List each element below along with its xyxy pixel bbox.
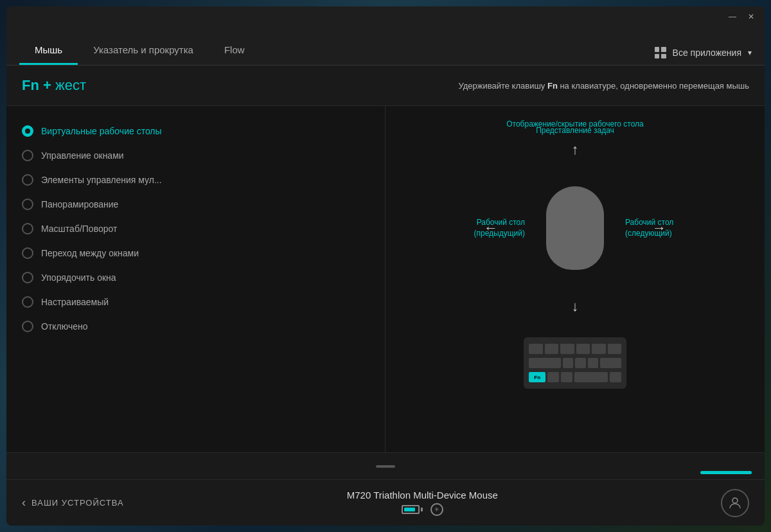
kb-row-3: Fn	[529, 371, 621, 384]
radio-virtual-desktops	[22, 125, 33, 137]
kb-key	[560, 344, 574, 354]
mouse-shape	[546, 186, 604, 270]
scroll-progress-bar	[700, 471, 752, 474]
tab-flow[interactable]: Flow	[209, 37, 260, 65]
option-window-management[interactable]: Управление окнами	[22, 143, 369, 168]
minimize-button[interactable]: —	[726, 11, 739, 22]
title-bar-controls: — ✕	[726, 11, 757, 22]
radio-zoom-rotate	[22, 223, 33, 235]
svg-point-0	[732, 498, 738, 503]
main-content: Fn + жест Удерживайте клавишу Fn на клав…	[6, 66, 765, 479]
device-name: M720 Triathlon Multi-Device Mouse	[124, 490, 721, 501]
content-body: Виртуальные рабочие столы Управление окн…	[6, 106, 765, 452]
option-custom[interactable]: Настраиваемый	[22, 290, 369, 314]
kb-key	[545, 344, 559, 354]
options-panel: Виртуальные рабочие столы Управление окн…	[6, 106, 386, 452]
gesture-label-left: Рабочий стол(предыдущий)	[467, 217, 525, 239]
option-media-controls[interactable]: Элементы управления мул...	[22, 168, 369, 192]
radio-media-controls	[22, 174, 33, 186]
radio-window-management	[22, 150, 33, 161]
radio-switch-windows	[22, 247, 33, 259]
chevron-down-icon[interactable]: ▾	[748, 48, 752, 57]
app-window: — ✕ Мышь Указатель и прокрутка Flow Все …	[6, 6, 765, 526]
tab-mouse[interactable]: Мышь	[19, 37, 78, 65]
back-arrow-icon: ‹	[22, 496, 26, 510]
scroll-indicator	[376, 465, 395, 468]
radio-disabled	[22, 321, 33, 332]
battery-body	[402, 505, 420, 514]
kb-row-2	[529, 357, 621, 369]
nav-tabs: Мышь Указатель и прокрутка Flow	[19, 37, 655, 65]
footer: ‹ ВАШИ УСТРОЙСТВА M720 Triathlon Multi-D…	[6, 479, 765, 526]
profile-button[interactable]	[721, 489, 749, 517]
kb-key	[610, 372, 621, 382]
radio-arrange-windows	[22, 272, 33, 283]
keyboard-illustration: Fn	[524, 337, 626, 389]
gesture-label-bottom: Отображение/скрытие рабочего стола	[506, 119, 644, 130]
content-header: Fn + жест Удерживайте клавишу Fn на клав…	[6, 66, 765, 106]
battery-tip	[421, 508, 423, 511]
gesture-diagram: Представление задач ↑ ← → ↓ Рабочий стол…	[466, 125, 684, 331]
close-button[interactable]: ✕	[745, 11, 757, 22]
option-panning[interactable]: Панорамирование	[22, 192, 369, 217]
section-title: Fn + жест	[22, 77, 86, 94]
header-description: Удерживайте клавишу Fn на клавиатуре, од…	[458, 81, 749, 91]
tab-pointer[interactable]: Указатель и прокрутка	[78, 37, 209, 65]
radio-custom	[22, 296, 33, 308]
apps-grid-icon	[655, 47, 666, 58]
option-disabled[interactable]: Отключено	[22, 314, 369, 339]
battery-fill	[404, 508, 415, 511]
radio-panning	[22, 199, 33, 210]
kb-key	[563, 358, 574, 368]
kb-key	[575, 358, 586, 368]
option-zoom-rotate[interactable]: Масштаб/Поворот	[22, 217, 369, 241]
kb-key	[592, 344, 606, 354]
kb-key	[608, 344, 622, 354]
title-bar: — ✕	[6, 6, 765, 27]
kb-key	[561, 372, 572, 382]
kb-key	[600, 358, 621, 368]
kb-row-1	[529, 342, 621, 355]
arrow-down-icon: ↓	[572, 298, 579, 315]
back-button[interactable]: ‹ ВАШИ УСТРОЙСТВА	[22, 496, 124, 510]
all-apps-label[interactable]: Все приложения	[673, 48, 741, 58]
gesture-label-right: Рабочий стол(следующий)	[625, 217, 683, 239]
bluetooth-icon: ✳	[430, 503, 443, 516]
kb-key	[547, 372, 559, 382]
device-icons: ✳	[124, 503, 721, 516]
nav-bar: Мышь Указатель и прокрутка Flow Все прил…	[6, 27, 765, 66]
kb-spacebar	[574, 372, 608, 382]
option-virtual-desktops[interactable]: Виртуальные рабочие столы	[22, 119, 369, 143]
option-arrange-windows[interactable]: Упорядочить окна	[22, 265, 369, 290]
nav-right: Все приложения ▾	[655, 47, 752, 65]
arrow-up-icon: ↑	[572, 141, 579, 158]
gesture-diagram-panel: Представление задач ↑ ← → ↓ Рабочий стол…	[386, 106, 765, 452]
kb-key	[588, 358, 599, 368]
device-info: M720 Triathlon Multi-Device Mouse ✳	[124, 490, 721, 516]
kb-key	[529, 358, 561, 368]
kb-key	[576, 344, 590, 354]
battery-icon	[402, 505, 423, 514]
option-switch-windows[interactable]: Переход между окнами	[22, 241, 369, 265]
kb-key	[529, 344, 543, 354]
bottom-bar	[6, 452, 765, 479]
fn-key: Fn	[529, 372, 545, 382]
